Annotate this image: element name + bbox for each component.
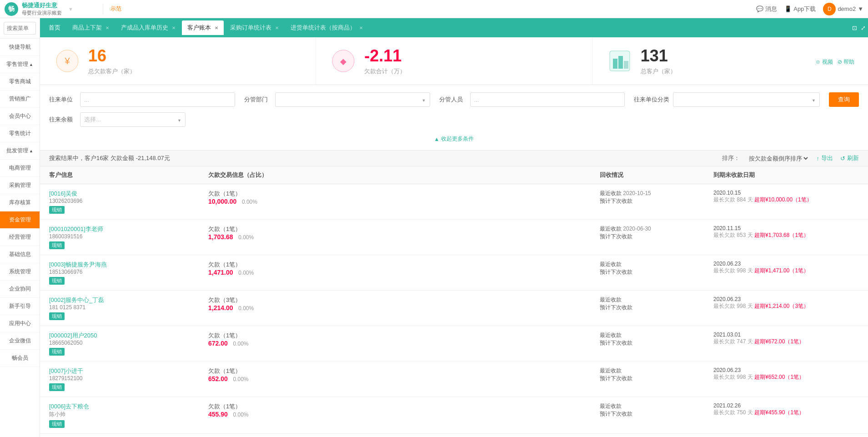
customer-name[interactable]: [0002]服务中心_丁磊 — [49, 296, 104, 303]
tab-goods-stats-close[interactable]: ✕ — [359, 25, 363, 30]
view-link[interactable]: ⊙ 视频 — [816, 58, 833, 66]
balance-label: 往来余额 — [49, 116, 76, 124]
filter-manager: 分管人员 ... — [439, 92, 625, 107]
stat-label-total-debt: 欠款合计（万） — [364, 67, 406, 75]
debt-amount: 652.00 — [208, 375, 228, 382]
customer-phone: 181 0125 8371 — [49, 304, 208, 311]
filter-area: 往来单位 ... 分管部门 — [40, 85, 868, 151]
sidebar-item-畅会员[interactable]: 畅会员 — [0, 350, 40, 367]
sidebar-item-系统管理[interactable]: 系统管理 — [0, 263, 40, 281]
tab-goods-stats[interactable]: 进货单统计表（按商品） ✕ — [285, 20, 368, 35]
stat-label-all-customers: 总客户（家） — [641, 67, 676, 75]
sidebar-item-新手引导[interactable]: 新手引导 — [0, 298, 40, 315]
user-menu[interactable]: D demo2 ▼ — [823, 3, 863, 15]
sidebar-item-经营管理[interactable]: 经营管理 — [0, 229, 40, 246]
sidebar-item-零售商城[interactable]: 零售商城 — [0, 73, 40, 90]
sidebar-item-零售统计[interactable]: 零售统计 — [0, 125, 40, 142]
short-nav[interactable]: 示范 — [110, 5, 121, 13]
tab-purchase-stats[interactable]: 采购订单统计表 ✕ — [225, 20, 284, 35]
export-link[interactable]: ↑ 导出 — [817, 154, 833, 162]
help-link[interactable]: ⊘ 帮助 — [838, 58, 854, 66]
customer-name[interactable]: [0007]小进干 — [49, 367, 83, 374]
overdue-days: 最长欠款 853 天 — [713, 232, 754, 238]
dept-select[interactable] — [275, 92, 430, 107]
sidebar-item-营销推广[interactable]: 营销推广 — [0, 90, 40, 108]
next-collection: 预计下次收款 — [600, 268, 713, 276]
tab-goods-status-close[interactable]: ✕ — [105, 25, 109, 30]
tab-home[interactable]: 首页 — [42, 24, 67, 32]
customer-name[interactable]: [0016]吴俊 — [49, 190, 77, 197]
sidebar-item-应用中心[interactable]: 应用中心 — [0, 315, 40, 332]
sidebar-item-快捷导航[interactable]: 快捷导航 — [0, 39, 40, 56]
sort-select[interactable]: 按欠款金额倒序排序 — [747, 155, 809, 162]
next-collection: 预计下次收款 — [600, 375, 713, 382]
last-date: 2020-06-30 — [623, 226, 651, 232]
dropdown-arrow[interactable]: ▼ — [68, 6, 73, 12]
tab-production-close[interactable]: ✕ — [172, 25, 176, 30]
refresh-link[interactable]: ↺ 刷新 — [840, 154, 859, 162]
debt-percent: 0.00% — [242, 199, 257, 205]
overdue-days: 最长欠款 750 天 — [713, 409, 754, 416]
main-content: ¥ 16 总欠款客户（家） ◆ — [40, 37, 868, 437]
sidebar-item-资金管理[interactable]: 资金管理 — [0, 211, 40, 229]
sidebar-search-area — [0, 18, 40, 39]
sidebar-item-企业微信[interactable]: 企业微信 — [0, 332, 40, 350]
debt-count: 欠款（1笔） — [208, 402, 600, 411]
balance-select[interactable]: 选择... — [80, 112, 186, 127]
stat-icon-money: ¥ — [54, 47, 81, 75]
collapse-button[interactable]: ▲ 收起更多条件 — [49, 132, 859, 146]
customer-name[interactable]: [0001020001]李老师 — [49, 226, 103, 232]
overdue-amount[interactable]: 超期¥652.00（1笔） — [754, 374, 804, 380]
sidebar-item-基础信息[interactable]: 基础信息 — [0, 246, 40, 263]
unit-category-select[interactable] — [673, 92, 820, 107]
sidebar-item-库存核算[interactable]: 库存核算 — [0, 194, 40, 211]
message-button[interactable]: 💬 消息 — [756, 5, 777, 13]
tab-customer-account-close[interactable]: ✕ — [215, 25, 218, 30]
collection-info: 最近收款 预计下次收款 — [600, 332, 713, 347]
overdue-amount[interactable]: 超期¥10,000.00（1笔） — [754, 196, 812, 203]
stat-icon-customers — [606, 47, 633, 75]
stat-label-debt: 总欠款客户（家） — [88, 67, 135, 75]
dept-chevron — [422, 96, 426, 103]
overdue-days-row: 最长欠款 747 天 超期¥672.00（1笔） — [713, 338, 859, 346]
content-area: 首页 商品上下架 ✕ 产成品入库单历史 ✕ 客户账本 ✕ 采购订单统计表 ✕ — [40, 18, 868, 437]
divider — [103, 4, 103, 15]
sidebar-item-电商管理[interactable]: 电商管理 — [0, 160, 40, 177]
tab-expand-icon[interactable]: ⤢ — [861, 25, 866, 31]
svg-rect-5 — [613, 59, 617, 69]
collection-info: 最近收款 2020-06-30 预计下次收款 — [600, 225, 713, 241]
last-date: 2020-10-15 — [623, 190, 651, 196]
overdue-amount[interactable]: 超期¥1,703.68（1笔） — [754, 232, 809, 238]
search-button[interactable]: 查询 — [829, 92, 859, 107]
sidebar-item-零售管理[interactable]: 零售管理 ▲ — [0, 56, 40, 73]
tab-production[interactable]: 产成品入库单历史 ✕ — [115, 20, 181, 35]
tab-purchase-stats-close[interactable]: ✕ — [275, 25, 279, 30]
debt-info: 欠款（1笔） 652.00 0.00% — [208, 367, 600, 382]
next-collection: 预计下次收款 — [600, 304, 713, 311]
stat-info-total-debt: -2.11 欠款合计（万） — [364, 46, 406, 75]
overdue-amount[interactable]: 超期¥1,214.00（3笔） — [754, 303, 809, 309]
customer-tag: 现销 — [49, 383, 65, 391]
overdue-amount[interactable]: 超期¥1,471.00（1笔） — [754, 267, 809, 274]
overdue-amount[interactable]: 超期¥672.00（1笔） — [754, 338, 804, 345]
tab-customer-account[interactable]: 客户账本 ✕ — [182, 20, 224, 35]
sidebar-search-input[interactable] — [4, 22, 36, 35]
debt-percent: 0.00% — [238, 305, 254, 311]
app-download-button[interactable]: 📱 App下载 — [784, 5, 816, 13]
last-collection: 最近收款 2020-06-30 — [600, 225, 713, 233]
customer-name[interactable]: [0003]畅捷服务尹海燕 — [49, 261, 107, 268]
sidebar-item-会员中心[interactable]: 会员中心 — [0, 108, 40, 125]
customer-name[interactable]: [000002]用户2050 — [49, 332, 97, 339]
next-collection: 预计下次收款 — [600, 410, 713, 418]
tab-goods-status[interactable]: 商品上下架 ✕ — [67, 20, 115, 35]
overdue-amount[interactable]: 超期¥455.90（1笔） — [754, 409, 804, 416]
tab-restore-icon[interactable]: ⊡ — [852, 25, 857, 31]
customer-name[interactable]: [0006]去下粮仓 — [49, 403, 89, 410]
last-collection: 最近收款 2020-10-15 — [600, 190, 713, 197]
sidebar-item-批发管理[interactable]: 批发管理 ▲ — [0, 142, 40, 160]
sidebar-item-企业协同[interactable]: 企业协同 — [0, 281, 40, 298]
sidebar-item-采购管理[interactable]: 采购管理 — [0, 177, 40, 194]
source-unit-input[interactable]: ... — [80, 92, 235, 107]
overdue-days-row: 最长欠款 998 天 超期¥1,471.00（1笔） — [713, 267, 859, 275]
manager-input[interactable]: ... — [470, 92, 625, 107]
